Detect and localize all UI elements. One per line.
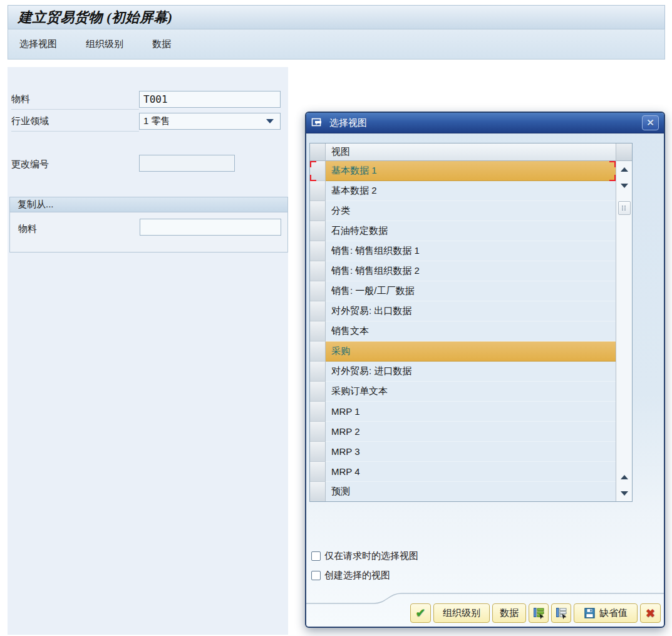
views-table-header: 视图: [310, 143, 632, 161]
table-scrollbar[interactable]: [616, 161, 632, 501]
select-all-button[interactable]: [529, 603, 549, 623]
initial-screen-form: 物料 行业领域 1 零售 更改编号 复制从... 物料: [8, 67, 288, 635]
data-button[interactable]: 数据: [492, 603, 526, 623]
scroll-up-icon[interactable]: [616, 161, 632, 177]
row-selector-cell[interactable]: [310, 382, 326, 402]
deselect-all-icon: [556, 607, 567, 619]
copy-from-material-input[interactable]: [140, 219, 281, 236]
material-label: 物料: [11, 93, 139, 110]
toolbar-item-select-views[interactable]: 选择视图: [18, 36, 58, 53]
copy-from-groupbox: 复制从... 物料: [9, 197, 288, 253]
sap-screen: 建立贸易货物 (初始屏幕) 选择视图 组织级别 数据 物料 行业领域 1 零售 …: [0, 0, 672, 636]
close-icon[interactable]: ✕: [642, 115, 659, 130]
checkmark-icon: ✔: [416, 606, 426, 620]
view-row-label[interactable]: 预测: [326, 482, 616, 501]
view-row-label[interactable]: 基本数据 1: [326, 161, 616, 181]
view-row-label[interactable]: MRP 2: [326, 422, 616, 442]
toolbar-item-org-levels[interactable]: 组织级别: [85, 36, 125, 53]
row-selector-cell[interactable]: [310, 341, 326, 362]
checkbox-row-view-on-request: 仅在请求时的选择视图: [311, 550, 418, 562]
view-row-label[interactable]: 分类: [326, 201, 616, 221]
row-selector-cell[interactable]: [310, 281, 326, 301]
view-row-label[interactable]: 销售: 一般/工厂数据: [326, 281, 616, 301]
scrollbar-track[interactable]: [616, 215, 632, 469]
default-values-label: 缺省值: [599, 607, 628, 619]
view-row-label[interactable]: 销售文本: [326, 321, 616, 341]
view-row-label[interactable]: MRP 3: [326, 442, 616, 462]
view-selection-on-request-checkbox[interactable]: [311, 551, 321, 561]
scroll-up-bottom-icon[interactable]: [616, 469, 632, 485]
view-table-row: 销售文本: [310, 321, 616, 341]
dialog-titlebar[interactable]: 选择视图 ✕: [306, 113, 664, 133]
view-table-body: 基本数据 1 基本数据 2 分类 石油特定数据 销售: 销售组织数据 1 销售:…: [310, 161, 616, 501]
copy-from-material-label: 物料: [18, 223, 37, 235]
copy-from-header: 复制从...: [10, 197, 287, 212]
grid-handle-icon[interactable]: [618, 201, 631, 215]
row-selector-cell[interactable]: [310, 181, 326, 201]
row-selector-cell[interactable]: [310, 201, 326, 221]
view-table-row: MRP 3: [310, 442, 616, 462]
dialog-title: 选择视图: [329, 117, 642, 129]
view-table-row: MRP 1: [310, 402, 616, 422]
org-levels-button-label: 组织级别: [443, 607, 480, 619]
view-table-row: 销售: 销售组织数据 1: [310, 241, 616, 261]
row-selector-cell[interactable]: [310, 241, 326, 261]
select-all-icon: [533, 607, 545, 619]
deselect-all-button[interactable]: [551, 603, 571, 623]
confirm-button[interactable]: ✔: [410, 603, 431, 623]
selector-column-header[interactable]: [310, 143, 326, 161]
view-row-label[interactable]: 石油特定数据: [326, 221, 616, 241]
industry-sector-select[interactable]: 1 零售: [139, 113, 281, 130]
create-selected-views-checkbox[interactable]: [311, 571, 321, 580]
view-row-label[interactable]: 对外贸易: 出口数据: [326, 301, 616, 321]
row-selector-cell[interactable]: [310, 161, 326, 181]
view-table-row: 基本数据 1: [310, 161, 616, 181]
cancel-button[interactable]: ✖: [640, 603, 661, 623]
org-levels-button[interactable]: 组织级别: [433, 603, 490, 623]
view-row-label[interactable]: MRP 1: [326, 402, 616, 422]
view-table-row: MRP 4: [310, 462, 616, 482]
view-table-row: 基本数据 2: [310, 181, 616, 201]
view-row-label[interactable]: 对外贸易: 进口数据: [326, 362, 616, 382]
view-row-label[interactable]: MRP 4: [326, 462, 616, 482]
view-row-label[interactable]: 销售: 销售组织数据 1: [326, 241, 616, 261]
view-row-label[interactable]: 销售: 销售组织数据 2: [326, 261, 616, 281]
view-table-row: 销售: 销售组织数据 2: [310, 261, 616, 281]
floppy-disk-icon: [584, 607, 596, 619]
row-selector-cell[interactable]: [310, 301, 326, 321]
view-table-row: MRP 2: [310, 422, 616, 442]
view-row-label[interactable]: 基本数据 2: [326, 181, 616, 201]
window-titlebar: 建立贸易货物 (初始屏幕): [8, 5, 665, 29]
application-toolbar: 选择视图 组织级别 数据: [8, 29, 665, 60]
view-table-row: 分类: [310, 201, 616, 221]
row-selector-cell[interactable]: [310, 221, 326, 241]
toolbar-item-data[interactable]: 数据: [151, 36, 172, 53]
default-values-button[interactable]: 缺省值: [574, 603, 638, 623]
view-table-row: 采购: [310, 341, 616, 362]
change-number-input[interactable]: [139, 155, 235, 172]
views-table: 视图 基本数据 1 基本数据 2 分类 石油特定数据 销售: 销售组织数据 1 …: [309, 143, 633, 502]
chevron-down-icon: [266, 119, 274, 123]
scroll-down-bottom-icon[interactable]: [616, 485, 632, 501]
view-row-label[interactable]: 采购订单文本: [326, 382, 616, 402]
table-corner-cell: [616, 143, 632, 161]
view-table-row: 对外贸易: 进口数据: [310, 362, 616, 382]
row-selector-cell[interactable]: [310, 402, 326, 422]
row-selector-cell[interactable]: [310, 462, 326, 482]
row-selector-cell[interactable]: [310, 321, 326, 341]
row-selector-cell[interactable]: [310, 482, 326, 501]
checkbox-row-create-views: 创建选择的视图: [311, 570, 390, 581]
data-button-label: 数据: [500, 607, 519, 619]
view-column-header[interactable]: 视图: [326, 143, 616, 161]
industry-sector-label: 行业领域: [11, 115, 139, 132]
dialog-window-icon: [311, 118, 324, 128]
row-selector-cell[interactable]: [310, 442, 326, 462]
row-selector-cell[interactable]: [310, 362, 326, 382]
select-views-dialog: 选择视图 ✕ 视图 基本数据 1 基本数据 2 分类 石油特定数据 销: [305, 112, 665, 628]
row-selector-cell[interactable]: [310, 261, 326, 281]
scroll-down-icon[interactable]: [616, 177, 632, 194]
row-selector-cell[interactable]: [310, 422, 326, 442]
industry-sector-value: 1 零售: [143, 115, 266, 127]
view-row-label[interactable]: 采购: [326, 341, 616, 362]
material-input[interactable]: [139, 91, 281, 108]
